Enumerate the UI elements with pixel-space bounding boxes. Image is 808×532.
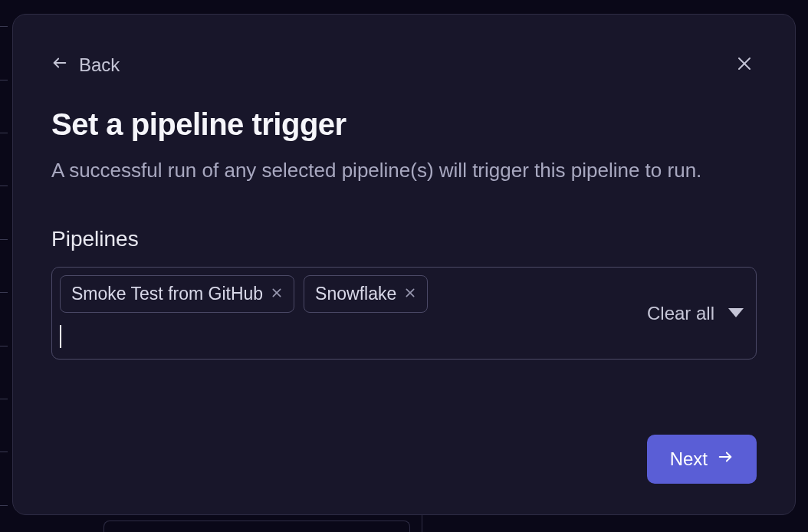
chip-label: Smoke Test from GitHub [71,284,263,304]
bg-decoration [103,521,410,532]
text-cursor [60,325,61,348]
pipelines-label: Pipelines [51,227,757,251]
arrow-left-icon [51,54,68,76]
chip-input-wrapper [60,322,647,351]
bg-ruler [0,0,12,532]
modal-header: Back [51,51,757,78]
dropdown-toggle-button[interactable] [728,307,744,320]
clear-all-button[interactable]: Clear all [647,303,714,324]
close-icon [735,64,754,75]
back-button[interactable]: Back [51,54,120,76]
svg-marker-7 [728,308,744,317]
close-icon [404,287,416,301]
pipeline-trigger-modal: Back Set a pipeline trigger A successful… [12,14,796,515]
modal-footer: Next [51,435,757,484]
next-button[interactable]: Next [647,435,757,484]
chip-remove-button[interactable] [404,287,416,301]
chevron-down-icon [728,307,744,320]
back-label: Back [79,54,120,76]
pipeline-chip: Smoke Test from GitHub [60,275,294,313]
chip-label: Snowflake [315,284,396,304]
pipeline-chip: Snowflake [304,275,428,313]
next-label: Next [670,448,708,470]
pipeline-search-input[interactable] [60,322,213,351]
modal-title: Set a pipeline trigger [51,107,757,142]
close-icon [271,287,283,301]
chip-remove-button[interactable] [271,287,283,301]
pipelines-multiselect[interactable]: Smoke Test from GitHub Snowflake [51,267,757,360]
bg-decoration-line [422,515,422,532]
arrow-right-icon [717,448,734,470]
modal-description: A successful run of any selected pipelin… [51,156,757,186]
chips-container: Smoke Test from GitHub Snowflake [60,275,647,351]
multiselect-actions: Clear all [647,303,744,324]
close-button[interactable] [732,51,757,78]
